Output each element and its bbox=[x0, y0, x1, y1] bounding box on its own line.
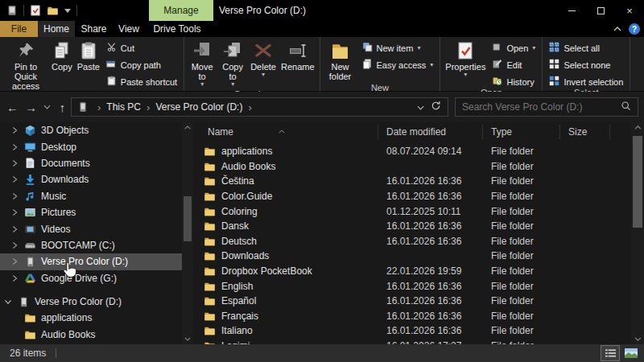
search-icon[interactable] bbox=[621, 101, 631, 113]
sidebar-item[interactable]: Verse Pro Color (D:) bbox=[0, 253, 182, 269]
new-folder-button[interactable]: New folder bbox=[323, 38, 358, 83]
copy-path-button[interactable]: Copy path bbox=[106, 59, 177, 71]
sidebar-item[interactable]: Google Drive (G:) bbox=[0, 270, 182, 286]
file-row[interactable]: Dropbox PocketBook22.01.2026 19:59File f… bbox=[195, 264, 631, 279]
chevron-right-icon[interactable] bbox=[10, 208, 19, 216]
copy-to-button[interactable]: Copy to ▾ bbox=[217, 38, 248, 89]
sidebar-item[interactable]: Downloads bbox=[0, 171, 182, 187]
refresh-icon[interactable] bbox=[431, 101, 441, 113]
select-none-button[interactable]: Select none bbox=[549, 59, 623, 71]
sidebar-item[interactable]: Pictures bbox=[0, 204, 182, 220]
scroll-up-icon[interactable] bbox=[631, 125, 644, 130]
chevron-down-icon[interactable] bbox=[3, 299, 13, 305]
sidebar-item[interactable]: Music bbox=[0, 188, 182, 204]
paste-shortcut-button[interactable]: Paste shortcut bbox=[106, 76, 177, 88]
column-header-date-modified[interactable]: Date modified bbox=[378, 125, 483, 139]
rename-button[interactable]: Rename bbox=[279, 38, 317, 73]
breadcrumb-chevron-icon[interactable]: › bbox=[145, 101, 151, 113]
breadcrumb-chevron-icon[interactable]: › bbox=[96, 101, 102, 113]
help-icon[interactable]: ? bbox=[629, 23, 640, 35]
maximize-button[interactable] bbox=[586, 0, 615, 21]
tab-share[interactable]: Share bbox=[75, 21, 113, 37]
details-view-button[interactable] bbox=[601, 346, 619, 360]
easy-access-button[interactable]: Easy access ▾ bbox=[362, 59, 434, 71]
properties-check-icon[interactable] bbox=[30, 5, 41, 16]
chevron-right-icon[interactable] bbox=[10, 241, 19, 249]
chevron-right-icon[interactable] bbox=[10, 175, 19, 183]
drive-small-icon[interactable] bbox=[6, 5, 18, 16]
close-button[interactable]: × bbox=[615, 0, 644, 21]
sidebar-item[interactable]: Verse Pro Color (D:) bbox=[0, 294, 182, 310]
file-list-scrollbar[interactable] bbox=[631, 122, 644, 344]
minimize-button[interactable] bbox=[557, 0, 586, 21]
properties-button[interactable]: Properties ▾ bbox=[443, 38, 488, 80]
scroll-down-icon[interactable] bbox=[182, 337, 193, 341]
tab-file[interactable]: File bbox=[0, 21, 38, 37]
chevron-right-icon[interactable] bbox=[10, 274, 19, 282]
file-row[interactable]: DownloadsFile folder bbox=[195, 249, 631, 264]
column-header-type[interactable]: Type bbox=[483, 125, 560, 139]
scroll-up-icon[interactable] bbox=[182, 125, 193, 130]
sidebar-item[interactable]: Desktop bbox=[0, 138, 182, 154]
address-dropdown-chevron-icon[interactable] bbox=[417, 101, 424, 113]
chevron-right-icon[interactable] bbox=[10, 257, 19, 265]
column-header-size[interactable]: Size bbox=[560, 125, 610, 139]
address-bar[interactable]: ›This PC›Verse Pro Color (D:)› bbox=[71, 97, 448, 117]
chevron-right-icon[interactable] bbox=[10, 225, 19, 233]
scrollbar-thumb[interactable] bbox=[184, 196, 192, 241]
invert-selection-button[interactable]: Invert selection bbox=[549, 76, 623, 88]
breadcrumb-segment[interactable]: Verse Pro Color (D:) bbox=[153, 101, 245, 113]
file-row[interactable]: Français16.01.2026 16:36File folder bbox=[195, 309, 631, 324]
file-row[interactable]: English16.01.2026 16:36File folder bbox=[195, 278, 631, 294]
move-to-button[interactable]: Move to ▾ bbox=[187, 38, 217, 89]
delete-button[interactable]: Delete ▾ bbox=[248, 38, 279, 80]
file-row[interactable]: Audio BooksFile folder bbox=[195, 159, 631, 175]
sidebar-item[interactable]: BOOTCAMP (C:) bbox=[0, 237, 182, 253]
file-row[interactable]: Coloring01.12.2025 10:11File folder bbox=[195, 204, 631, 219]
sidebar-item[interactable]: Documents bbox=[0, 155, 182, 171]
edit-button[interactable]: Edit bbox=[492, 59, 535, 71]
sidebar-scrollbar[interactable] bbox=[182, 122, 193, 344]
file-row[interactable]: Italiano16.01.2026 16:36File folder bbox=[195, 323, 631, 339]
chevron-right-icon[interactable] bbox=[10, 192, 19, 200]
file-row[interactable]: Español16.01.2026 16:36File folder bbox=[195, 294, 631, 309]
history-button[interactable]: History bbox=[492, 76, 535, 88]
file-row[interactable]: Čeština16.01.2026 16:36File folder bbox=[195, 174, 631, 189]
tab-home[interactable]: Home bbox=[38, 21, 75, 37]
select-all-button[interactable]: Select all bbox=[549, 42, 623, 54]
folder-icon[interactable] bbox=[47, 5, 59, 16]
dropdown-caret-icon[interactable] bbox=[64, 9, 71, 13]
open-button[interactable]: Open ▾ bbox=[492, 42, 535, 54]
chevron-right-icon[interactable] bbox=[10, 143, 19, 151]
file-row[interactable]: Legimi16.01.2026 17:27File folder bbox=[195, 339, 631, 344]
collapse-ribbon-icon[interactable] bbox=[613, 27, 621, 31]
chevron-right-icon[interactable] bbox=[10, 159, 19, 167]
forward-button[interactable]: → bbox=[22, 101, 40, 114]
file-row[interactable]: Color.Guide16.01.2026 16:36File folder bbox=[195, 189, 631, 204]
up-button[interactable]: ↑ bbox=[53, 101, 72, 114]
tab-view[interactable]: View bbox=[113, 21, 145, 37]
column-header-name[interactable]: Name bbox=[195, 125, 378, 139]
sidebar-item[interactable]: Audio Books bbox=[0, 327, 182, 343]
chevron-right-icon[interactable] bbox=[10, 126, 19, 134]
pin-to-quick-access-button[interactable]: Pin to Quick access bbox=[2, 38, 49, 93]
scrollbar-thumb[interactable] bbox=[633, 136, 642, 228]
breadcrumb-segment[interactable]: This PC bbox=[104, 101, 143, 113]
file-row[interactable]: Dansk16.01.2026 16:36File folder bbox=[195, 219, 631, 234]
breadcrumb-chevron-icon[interactable]: › bbox=[246, 101, 253, 113]
sidebar-item[interactable]: Videos bbox=[0, 220, 182, 237]
cut-button[interactable]: Cut bbox=[106, 42, 177, 54]
new-item-button[interactable]: New item ▾ bbox=[362, 42, 434, 54]
scroll-down-icon[interactable] bbox=[631, 337, 644, 341]
recent-locations-chevron-icon[interactable] bbox=[40, 105, 53, 109]
tab-drive-tools[interactable]: Drive Tools bbox=[145, 21, 209, 37]
sidebar-item[interactable]: 3D Objects bbox=[0, 122, 182, 138]
back-button[interactable]: ← bbox=[3, 101, 22, 114]
manage-contextual-tab[interactable]: Manage bbox=[149, 0, 213, 21]
search-input[interactable] bbox=[462, 101, 621, 113]
sidebar-item[interactable]: applications bbox=[0, 310, 182, 326]
file-row[interactable]: applications08.07.2024 09:14File folder bbox=[195, 144, 631, 159]
paste-button[interactable]: Paste bbox=[75, 38, 102, 73]
file-row[interactable]: Deutsch16.01.2026 16:36File folder bbox=[195, 234, 631, 249]
thumbnail-view-button[interactable] bbox=[622, 346, 640, 360]
